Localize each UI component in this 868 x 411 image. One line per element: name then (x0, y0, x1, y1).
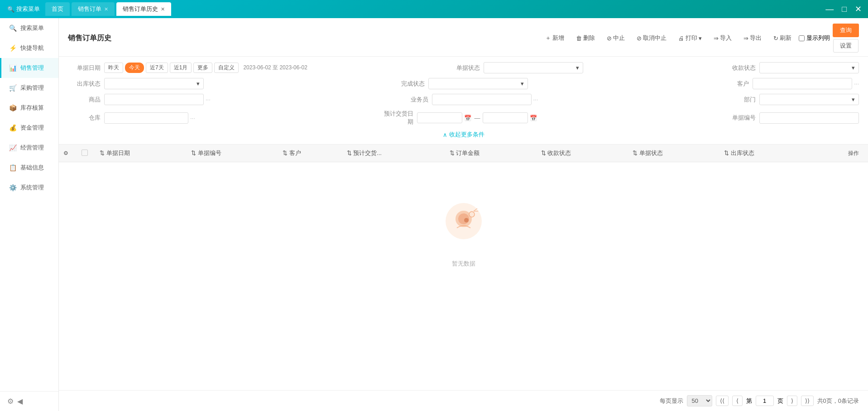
delete-button[interactable]: 🗑 删除 (571, 32, 599, 44)
sidebar-item-purchase[interactable]: 🛒 采购管理 (0, 78, 58, 98)
delivery-date-start-input[interactable]: yyyy-mm-dd (417, 112, 462, 123)
department-select[interactable]: ▾ (759, 94, 859, 105)
delete-icon: 🗑 (576, 35, 582, 42)
sidebar-settings-button[interactable]: ⚙ (7, 397, 14, 406)
total-info: 共0页，0条记录 (817, 397, 859, 405)
import-label: 导入 (720, 34, 732, 42)
date-btn-yesterday[interactable]: 昨天 (104, 63, 123, 73)
sidebar-collapse-button[interactable]: ◀ (17, 397, 23, 406)
cancel-stop-label: 取消中止 (643, 34, 667, 42)
collapse-filter-row[interactable]: ∧ 收起更多条件 (68, 131, 859, 139)
svg-point-3 (464, 218, 469, 222)
settings-button[interactable]: 设置 (833, 39, 858, 53)
filter-row-1: 单据日期 昨天 今天 近7天 近1月 更多 自定义 2023-06-02 至 2… (68, 62, 859, 73)
tab-sales-history[interactable]: 销售订单历史 ✕ (116, 2, 171, 16)
sidebar-item-system[interactable]: ⚙️ 系统管理 (0, 178, 58, 198)
first-page-icon: ⟨⟨ (720, 397, 724, 404)
display-cols-checkbox[interactable] (799, 35, 805, 41)
tab-sales-order[interactable]: 销售订单 ✕ (72, 2, 115, 16)
goods-dots[interactable]: ··· (206, 96, 211, 103)
print-arrow-icon: ▾ (699, 35, 702, 42)
payment-status-select[interactable]: ▾ (759, 62, 859, 73)
purchase-icon: 🛒 (9, 84, 17, 92)
sidebar-item-sales[interactable]: 📊 销售管理 (0, 58, 58, 78)
sidebar-item-operation[interactable]: 📈 经营管理 (0, 138, 58, 158)
status-label: 单据状态 (447, 64, 484, 72)
date-btn-1month[interactable]: 近1月 (170, 63, 192, 73)
refresh-button[interactable]: ↻ 刷新 (769, 32, 796, 44)
warehouse-input[interactable] (104, 112, 188, 124)
th-settings[interactable]: ⚙ (59, 145, 77, 162)
complete-status-select[interactable]: ▾ (428, 78, 528, 89)
delivery-date-start-cal-icon[interactable]: 📅 (464, 115, 471, 121)
prev-page-button[interactable]: ⟨ (732, 396, 743, 406)
last-page-button[interactable]: ⟩⟩ (801, 396, 814, 406)
minimize-button[interactable]: — (823, 4, 836, 15)
tab-sales-order-close[interactable]: ✕ (104, 6, 108, 12)
per-page-select[interactable]: 50 10 20 100 (687, 395, 712, 406)
sidebar-item-inventory[interactable]: 📦 库存核算 (0, 98, 58, 118)
first-page-button[interactable]: ⟨⟨ (716, 396, 729, 406)
maximize-button[interactable]: □ (839, 4, 849, 15)
salesperson-dots[interactable]: ··· (533, 96, 538, 103)
import-button[interactable]: ⇒ 导入 (709, 32, 736, 44)
th-checkbox[interactable] (77, 145, 95, 162)
sidebar-item-finance[interactable]: 💰 资金管理 (0, 118, 58, 138)
page-number-input[interactable] (756, 396, 774, 406)
payment-status-arrow: ▾ (852, 64, 855, 71)
date-btn-today[interactable]: 今天 (125, 63, 144, 73)
page-title: 销售订单历史 (68, 34, 111, 43)
empty-text: 暂无数据 (452, 260, 475, 268)
close-button[interactable]: ✕ (852, 3, 864, 15)
page-suffix: 页 (777, 397, 783, 405)
tab-home[interactable]: 首页 (45, 2, 70, 16)
customer-dots[interactable]: ··· (854, 80, 859, 87)
th-customer[interactable]: ⇅ 客户 (278, 145, 342, 162)
date-separator: — (474, 115, 480, 121)
filter-area: 单据日期 昨天 今天 近7天 近1月 更多 自定义 2023-06-02 至 2… (59, 57, 868, 145)
out-stock-select[interactable]: ▾ (104, 78, 204, 89)
header-checkbox[interactable] (82, 150, 88, 156)
next-page-button[interactable]: ⟩ (787, 396, 797, 406)
stop-button[interactable]: ⊘ 中止 (602, 32, 629, 44)
th-amount-label: ⇅ 订单金额 (450, 150, 480, 156)
new-button[interactable]: ＋ 新增 (541, 32, 569, 44)
th-order-status-label: ⇅ 单据状态 (633, 150, 663, 156)
sidebar-item-basic[interactable]: 📋 基础信息 (0, 158, 58, 178)
sidebar-item-quick-nav[interactable]: ⚡ 快捷导航 (0, 38, 58, 58)
th-out-status[interactable]: ⇅ 出库状态 (719, 145, 811, 162)
order-no-input[interactable] (759, 112, 859, 124)
display-cols-checkbox-label[interactable]: 显示列明 (799, 34, 830, 42)
th-order-status[interactable]: ⇅ 单据状态 (628, 145, 719, 162)
print-button[interactable]: 🖨 打印 ▾ (674, 32, 706, 44)
date-btn-custom[interactable]: 自定义 (214, 63, 239, 73)
th-number[interactable]: ⇅ 单据编号 (187, 145, 278, 162)
sidebar-item-sales-label: 销售管理 (20, 64, 44, 72)
print-label: 打印 (686, 34, 697, 42)
th-amount[interactable]: ⇅ 订单金额 (445, 145, 537, 162)
search-menu[interactable]: 🔍 搜索菜单 (4, 3, 43, 15)
delivery-date-end-input[interactable]: yyyy-mm-dd (483, 112, 528, 123)
department-label: 部门 (723, 96, 759, 104)
date-btn-more[interactable]: 更多 (193, 63, 212, 73)
new-label: 新增 (552, 34, 564, 42)
th-date[interactable]: ⇅ 单据日期 (95, 145, 187, 162)
query-button[interactable]: 查询 (833, 24, 859, 37)
print-icon: 🖨 (678, 35, 684, 42)
table-footer: 每页显示 50 10 20 100 ⟨⟨ ⟨ 第 页 ⟩ ⟩⟩ 共0页，0条记录 (59, 390, 868, 411)
th-delivery[interactable]: ⇅ 预计交货... (342, 145, 445, 162)
tab-sales-history-close[interactable]: ✕ (161, 6, 165, 12)
cancel-stop-icon: ⊘ (637, 35, 642, 42)
export-button[interactable]: ⇒ 导出 (739, 32, 766, 44)
th-payment-status[interactable]: ⇅ 收款状态 (537, 145, 628, 162)
order-status-select[interactable]: ▾ (484, 62, 583, 73)
collapse-label: 收起更多条件 (449, 131, 484, 139)
warehouse-dots[interactable]: ··· (190, 115, 195, 121)
goods-input[interactable] (104, 94, 204, 105)
sidebar-item-search[interactable]: 🔍 搜索菜单 (0, 18, 58, 38)
customer-input[interactable] (753, 78, 852, 89)
cancel-stop-button[interactable]: ⊘ 取消中止 (632, 32, 671, 44)
date-btn-7days[interactable]: 近7天 (146, 63, 168, 73)
delivery-date-end-cal-icon[interactable]: 📅 (530, 115, 537, 121)
salesperson-input[interactable] (432, 94, 532, 105)
